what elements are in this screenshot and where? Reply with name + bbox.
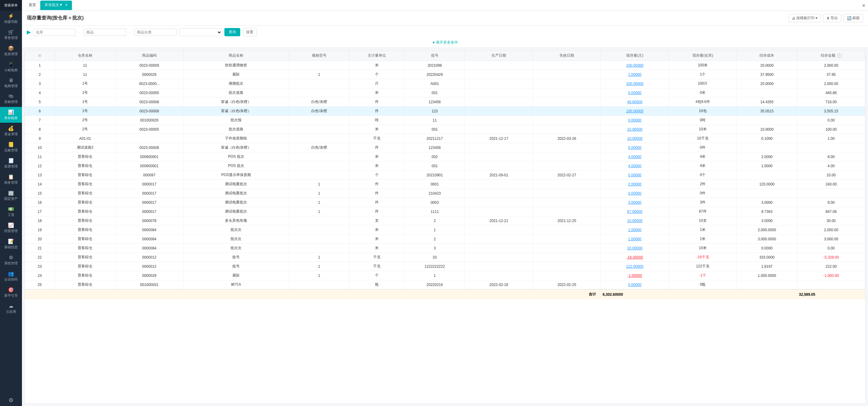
table-cell (797, 143, 865, 152)
table-cell: 件 (349, 180, 405, 189)
sidebar-item-label: 零售管理 (4, 36, 18, 40)
table-cell[interactable]: 10.00000 (601, 125, 669, 134)
sidebar-item-finance[interactable]: 💰 资金管理 (0, 123, 22, 139)
table-cell: 1个 (669, 70, 737, 79)
print-label: 按模板打印 ▾ (796, 15, 817, 21)
sidebar-item-quick-nav[interactable]: ⚡ 快捷导航 (0, 11, 22, 27)
table-cell: 米 (349, 152, 405, 162)
basic-icon: 📝 (1, 238, 21, 244)
sidebar-item-mini-commerce[interactable]: 📱 小程电商 (0, 59, 22, 75)
ops-icon: 📈 (1, 222, 21, 228)
table-cell: 2,000.0000 (737, 225, 797, 235)
search-button[interactable]: 查询 (224, 28, 240, 36)
sidebar-logo[interactable]: 搜索菜单 (0, 0, 22, 11)
sidebar-item-label: 工资 (8, 213, 14, 216)
sidebar-item-newbie[interactable]: 🎯 新手引导 (0, 284, 22, 301)
tab-batch-inventory[interactable]: 库存批次▼ ✕ (40, 1, 72, 10)
general-icon: 📒 (1, 142, 21, 147)
table-cell (533, 262, 601, 271)
table-cell[interactable]: 49.60000 (601, 98, 669, 107)
sidebar-settings-button[interactable]: ⚙ (0, 394, 22, 406)
table-cell[interactable]: 10.00000 (601, 216, 669, 225)
table-cell: 展际 (183, 70, 289, 79)
table-cell: 0023-0000... (115, 79, 183, 88)
table-cell[interactable]: 87.00000 (601, 207, 669, 216)
col-header-amount: 结存金额 i (797, 50, 865, 61)
table-cell[interactable]: 4.00000 (601, 152, 669, 162)
checkbox-icon[interactable]: ☉ (38, 54, 41, 58)
sidebar-item-purchase[interactable]: 🛍 采购管理 (0, 91, 22, 107)
table-row: 2110000029展际1个202204291.000001个37.950037… (25, 70, 865, 79)
tab-home[interactable]: 首页 (24, 1, 40, 10)
table-cell: 100.00 (797, 125, 865, 134)
table-cell: 普客棕仓 (55, 235, 115, 244)
table-cell: 2021-09-01 (465, 171, 533, 180)
table-cell[interactable]: 0.00000 (601, 280, 669, 290)
table-cell[interactable]: 3.00000 (601, 198, 669, 207)
inventory-icon: 📊 (1, 109, 21, 115)
table-cell: 件 (349, 189, 405, 198)
sidebar-item-collab[interactable]: 👥 企业协同 (0, 268, 22, 284)
table-cell: 0.00 (797, 116, 865, 125)
sidebar-item-wholesale[interactable]: 📦 批发管理 (0, 43, 22, 59)
table-cell[interactable]: -1.00000 (601, 271, 669, 280)
warehouse-filter-input[interactable] (33, 29, 75, 36)
print-button[interactable]: 🖨 按模板打印 ▾ (788, 14, 821, 22)
sidebar-item-cloud[interactable]: ☁ 云应用 (0, 301, 22, 317)
table-cell: 2 (405, 216, 465, 225)
table-cell (289, 61, 349, 70)
export-button[interactable]: ⬆ 导出 (823, 14, 841, 22)
table-body: 1110023-00009软软通用物资米2021098100.00000100米… (25, 61, 865, 290)
sidebar-item-inventory[interactable]: 📊 库存核算 (0, 107, 22, 123)
table-cell[interactable]: 0.00000 (601, 88, 669, 98)
sidebar-item-label: 税务管理 (4, 181, 18, 184)
table-cell[interactable]: 100.00000 (601, 61, 669, 70)
sidebar-item-label: 总账管理 (4, 148, 18, 152)
sidebar-item-system[interactable]: ⚙ 系统管理 (0, 252, 22, 268)
quick-nav-icon: ⚡ (1, 13, 21, 19)
sidebar-item-label: 企业协同 (4, 277, 18, 281)
tab-close-button[interactable]: ✕ (65, 3, 68, 7)
table-cell: 10包 (669, 107, 737, 116)
sidebar-item-invoice[interactable]: 🧾 发票管理 (0, 155, 22, 171)
table-cell[interactable]: 4.00000 (601, 162, 669, 171)
sidebar-item-fixed-assets[interactable]: 🏢 固定资产 (0, 188, 22, 204)
table-cell: 0000017 (115, 207, 183, 216)
table-cell: 120.0000 (737, 180, 797, 189)
col-header-batch: 批号 (405, 50, 465, 61)
sidebar-item-basic[interactable]: 📝 基础信息 (0, 236, 22, 252)
sidebar-item-tax[interactable]: 📋 税务管理 (0, 171, 22, 188)
sidebar-item-ops[interactable]: 📈 经营管理 (0, 220, 22, 236)
table-cell: 2.0000 (737, 152, 797, 162)
table-cell[interactable]: 0.00000 (601, 143, 669, 152)
table-cell[interactable]: -16.00000 (601, 253, 669, 262)
table-cell[interactable]: 122.00000 (601, 262, 669, 271)
table-cell[interactable]: 100.00000 (601, 107, 669, 116)
category-filter-input[interactable] (134, 29, 177, 36)
table-cell[interactable]: 2.00000 (601, 180, 669, 189)
sidebar-item-retail[interactable]: 🛒 零售管理 (0, 27, 22, 43)
expand-filter-button[interactable]: ▼ 展开更多条件 (432, 40, 458, 45)
table-cell[interactable]: 10.00000 (601, 134, 669, 143)
table-cell: 8.00 (797, 152, 865, 162)
filter-arrow[interactable]: ▶ (27, 29, 30, 35)
category-filter-select[interactable] (179, 28, 222, 36)
table-cell[interactable]: 100.00000 (601, 79, 669, 88)
refresh-button[interactable]: 🔄 刷新 (844, 14, 863, 22)
sidebar-item-general[interactable]: 📒 总账管理 (0, 139, 22, 155)
table-cell[interactable]: 10.00000 (601, 244, 669, 253)
table-cell[interactable]: 1.00000 (601, 70, 669, 79)
table-cell (737, 171, 797, 180)
table-cell[interactable]: 1.00000 (601, 225, 669, 235)
table-cell[interactable]: 0.00000 (601, 189, 669, 198)
table-cell[interactable]: 0.00000 (601, 171, 669, 180)
amount-info-icon[interactable]: i (837, 54, 841, 58)
table-cell[interactable]: 1.00000 (601, 235, 669, 244)
sidebar-item-payroll[interactable]: 💵 工资 (0, 204, 22, 220)
goods-filter-input[interactable] (84, 29, 126, 36)
table-cell[interactable]: 0.00000 (601, 116, 669, 125)
window-close-button[interactable]: ✕ (862, 3, 866, 8)
sidebar-item-ecommerce[interactable]: 🖥 电商管理 (0, 75, 22, 91)
filter-settings-button[interactable]: 设置 (243, 28, 257, 36)
table-cell (533, 61, 601, 70)
